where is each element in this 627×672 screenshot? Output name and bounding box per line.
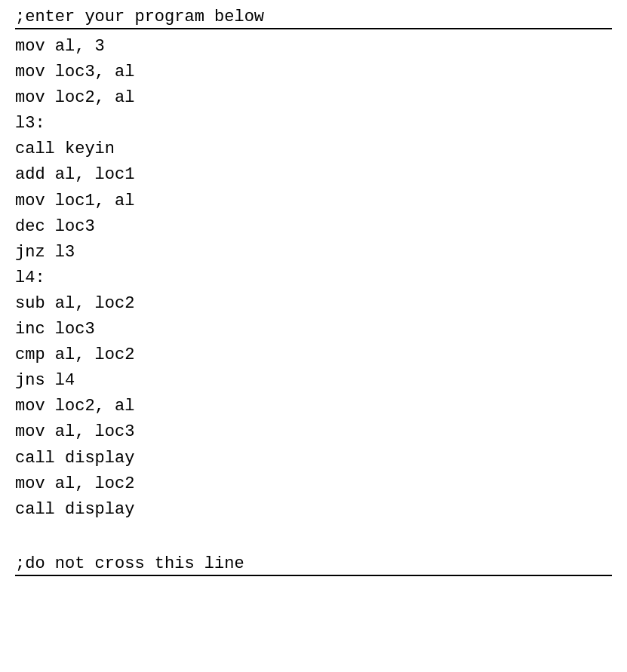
code-line: jnz l3 [15,240,612,265]
code-line: mov al, 3 [15,34,612,60]
header-text: ;enter your program below [15,8,264,26]
code-line: l4: [15,265,612,291]
footer-line: ;do not cross this line [15,554,612,576]
code-line: add al, loc1 [15,162,612,188]
code-line: mov loc1, al [15,189,612,214]
code-line: inc loc3 [15,317,612,342]
code-line: mov al, loc3 [15,419,612,445]
code-line: call display [15,446,612,471]
code-line: mov loc3, al [15,60,612,85]
code-line: l3: [15,111,612,137]
code-line: jns l4 [15,368,612,394]
header-line: ;enter your program below [15,8,612,29]
page-container: ;enter your program below mov al, 3mov l… [0,0,627,672]
code-line [15,523,612,548]
code-line: call display [15,497,612,523]
code-block[interactable]: mov al, 3mov loc3, almov loc2, all3:call… [15,34,612,548]
code-line: call keyin [15,137,612,162]
code-line: dec loc3 [15,214,612,240]
footer-text: ;do not cross this line [15,554,244,573]
code-line: mov loc2, al [15,394,612,419]
code-line: mov al, loc2 [15,471,612,497]
code-line: sub al, loc2 [15,291,612,317]
code-line: cmp al, loc2 [15,342,612,368]
code-line: mov loc2, al [15,85,612,111]
